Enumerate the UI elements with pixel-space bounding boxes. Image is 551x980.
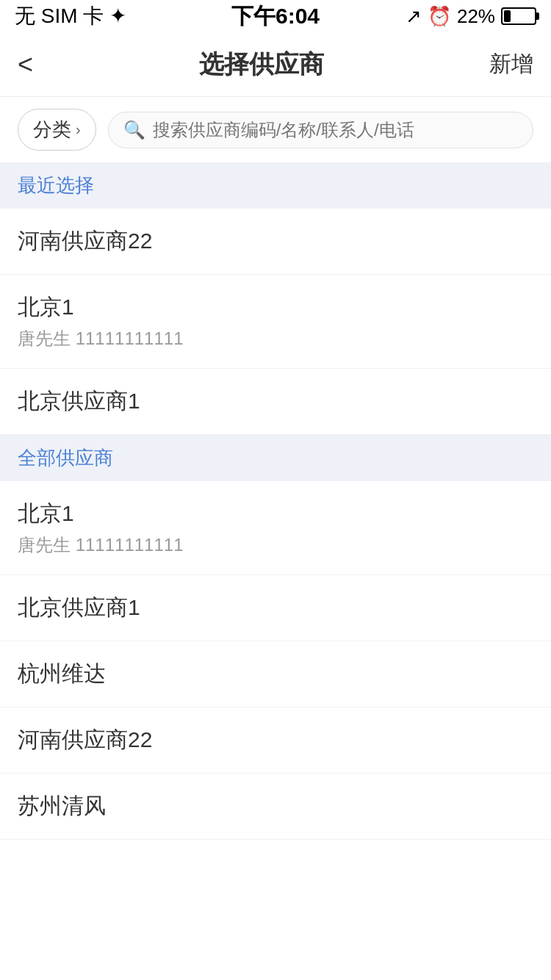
item-name: 北京供应商1 [18,386,533,417]
search-input[interactable] [153,120,518,140]
item-name: 北京1 [18,499,533,529]
status-time: 下午6:04 [231,1,320,32]
item-name: 河南供应商22 [18,226,533,256]
all-section-header: 全部供应商 [0,435,551,481]
list-item[interactable]: 河南供应商22 [0,707,551,774]
list-item[interactable]: 苏州清风 [0,774,551,840]
nav-bar: < 选择供应商 新增 [0,32,551,97]
item-name: 河南供应商22 [18,725,533,755]
sim-status: 无 SIM 卡 ✦ [15,2,126,30]
status-right: ↗ ⏰ 22% [406,5,536,28]
item-sub: 唐先生 11111111111 [18,533,533,557]
recent-section-label: 最近选择 [18,174,94,196]
list-item[interactable]: 北京供应商1 [0,369,551,435]
list-item[interactable]: 河南供应商22 [0,209,551,275]
status-left: 无 SIM 卡 ✦ [15,2,126,30]
search-box[interactable]: 🔍 [108,112,533,148]
battery-icon [501,7,536,25]
new-button[interactable]: 新增 [489,49,533,79]
item-name: 苏州清风 [18,791,533,821]
item-name: 北京供应商1 [18,593,533,623]
item-name: 北京1 [18,292,533,323]
item-name: 杭州维达 [18,659,533,689]
battery-percent: 22% [457,5,495,28]
all-items-list: 北京1唐先生 11111111111北京供应商1杭州维达河南供应商22苏州清风 [0,481,551,840]
category-button[interactable]: 分类 › [18,109,96,151]
all-section-label: 全部供应商 [18,447,113,469]
recent-items-list: 河南供应商22北京1唐先生 11111111111北京供应商1 [0,209,551,435]
page-title: 选择供应商 [199,48,324,82]
search-icon: 🔍 [123,120,145,140]
alarm-icon: ⏰ [428,5,451,28]
item-sub: 唐先生 11111111111 [18,327,533,350]
list-item[interactable]: 北京1唐先生 11111111111 [0,275,551,369]
status-bar: 无 SIM 卡 ✦ 下午6:04 ↗ ⏰ 22% [0,0,551,32]
list-item[interactable]: 北京供应商1 [0,575,551,641]
list-item[interactable]: 北京1唐先生 11111111111 [0,481,551,575]
filter-bar: 分类 › 🔍 [0,97,551,162]
location-icon: ↗ [406,5,422,28]
category-label: 分类 [33,117,71,143]
chevron-down-icon: › [76,121,81,138]
recent-section-header: 最近选择 [0,162,551,209]
back-button[interactable]: < [18,49,33,80]
list-item[interactable]: 杭州维达 [0,641,551,707]
